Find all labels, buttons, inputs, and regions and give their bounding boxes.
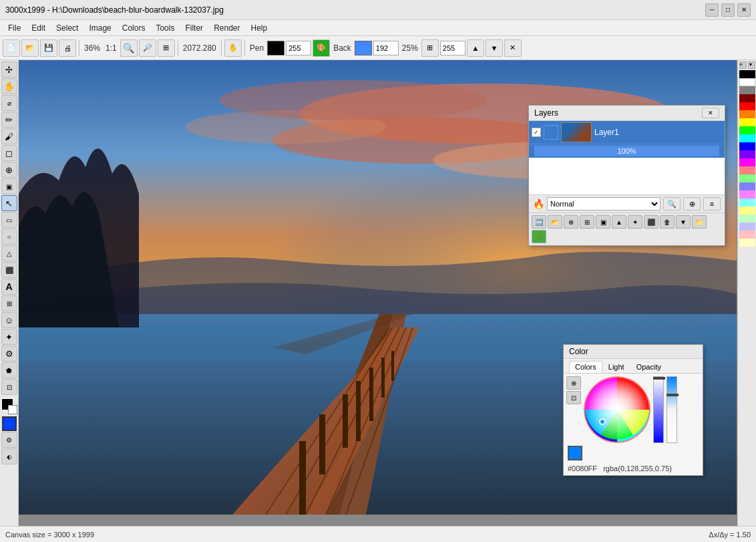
color-tab-light[interactable]: Light — [602, 361, 630, 373]
swatch-pale-green[interactable] — [739, 215, 755, 223]
swatch-light-yellow[interactable] — [739, 207, 755, 215]
layer-visibility-check[interactable]: ✓ — [532, 128, 541, 137]
tool-effects[interactable]: ✦ — [1, 329, 17, 345]
move-down-btn[interactable]: ▼ — [676, 215, 691, 229]
swatch-magenta[interactable] — [739, 158, 755, 166]
tool-select-triangle[interactable]: △ — [1, 245, 17, 261]
tool-gradient[interactable]: ▣ — [1, 178, 17, 194]
menu-render[interactable]: Render — [208, 22, 245, 34]
blue-slider[interactable] — [653, 376, 664, 443]
layer-item[interactable]: ✓ Layer1 — [529, 121, 725, 144]
print-button[interactable]: 🖨 — [59, 39, 76, 57]
new-layer-btn[interactable]: 🆕 — [532, 215, 546, 229]
color-wheel-container[interactable] — [584, 376, 650, 443]
swatch-cyan[interactable] — [739, 134, 755, 142]
down-btn[interactable]: ▼ — [486, 39, 503, 57]
mask-layer-btn[interactable]: ⬛ — [644, 215, 658, 229]
swatch-purple[interactable] — [739, 150, 755, 158]
swatch-black[interactable] — [739, 70, 755, 78]
zoom-in-layer-btn[interactable]: ⊕ — [683, 197, 701, 211]
tool-face[interactable]: ☺ — [1, 312, 17, 328]
bg-color-swatch[interactable] — [8, 405, 17, 414]
grid-btn[interactable]: ⊞ — [421, 39, 439, 57]
tool-text[interactable]: A — [1, 279, 17, 295]
layer-options-btn[interactable]: ≡ — [703, 197, 721, 211]
back-color-swatch[interactable] — [355, 41, 372, 55]
up-btn[interactable]: ▲ — [467, 39, 484, 57]
tool-select-rect[interactable]: ▭ — [1, 212, 17, 228]
move-up-btn[interactable]: ▲ — [612, 215, 626, 229]
tool-transform[interactable]: ⊞ — [1, 295, 17, 311]
minimize-button[interactable]: ─ — [705, 3, 719, 17]
tool-extra2[interactable]: ⬖ — [1, 448, 17, 464]
tool-select-arrow[interactable]: ↖ — [1, 195, 17, 211]
menu-colors[interactable]: Colors — [117, 22, 151, 34]
duplicate-layer-btn[interactable]: ⊕ — [564, 215, 578, 229]
swatch-gray[interactable] — [739, 86, 755, 94]
open-button[interactable]: 📂 — [21, 39, 39, 57]
pen-color-swatch[interactable] — [267, 41, 285, 55]
tool-select-ellipse[interactable]: ○ — [1, 229, 17, 245]
menu-edit[interactable]: Edit — [26, 22, 51, 34]
swatch-pale-red[interactable] — [739, 231, 755, 239]
canvas-area[interactable]: Layers ✕ ✓ Layer1 100% 🔥 Normal — [19, 60, 737, 526]
swatch-pale-blue[interactable] — [739, 223, 755, 231]
zoom-in-btn[interactable]: 🔍 — [120, 39, 138, 57]
active-color-display[interactable] — [2, 416, 17, 431]
swatch-light-red[interactable] — [739, 166, 755, 174]
menu-image[interactable]: Image — [83, 22, 116, 34]
close-button[interactable]: ✕ — [737, 3, 751, 17]
layers-close-btn[interactable]: ✕ — [702, 108, 719, 118]
zoom-out-layer-btn[interactable]: 🔍 — [663, 197, 681, 211]
zoom-out-btn[interactable]: 🔎 — [139, 39, 156, 57]
open-layer-btn[interactable]: 📂 — [548, 215, 562, 229]
flatten-layer-btn[interactable]: ▣ — [596, 215, 610, 229]
layer-opacity-value[interactable]: 100% — [534, 146, 719, 156]
swatch-darkred[interactable] — [739, 94, 755, 102]
tool-colorpick[interactable]: ⊡ — [1, 379, 17, 395]
swatch-red[interactable] — [739, 102, 755, 110]
color-control-btn2[interactable]: ⊡ — [566, 391, 581, 404]
group-layer-btn[interactable]: 📁 — [692, 215, 707, 229]
swatch-orange[interactable] — [739, 110, 755, 118]
color-tab-colors[interactable]: Colors — [569, 361, 602, 373]
swatch-blue[interactable] — [739, 142, 755, 150]
menu-tools[interactable]: Tools — [150, 22, 180, 34]
opacity-slider[interactable] — [667, 376, 677, 443]
opacity-slider-thumb[interactable] — [667, 394, 679, 396]
color-tab-opacity[interactable]: Opacity — [630, 361, 667, 373]
tool-fill[interactable]: ⬛ — [1, 262, 17, 278]
tool-move[interactable]: ✢ — [1, 61, 17, 78]
swatch-white[interactable] — [739, 78, 755, 86]
size-value-input[interactable] — [440, 41, 465, 55]
swatch-light-green[interactable] — [739, 174, 755, 182]
tool-lasso[interactable]: ⌀ — [1, 95, 17, 111]
clear-btn[interactable]: ✕ — [504, 39, 522, 57]
swatch-light-blue[interactable] — [739, 182, 755, 190]
blend-mode-select[interactable]: Normal Multiply Screen Overlay — [547, 197, 660, 211]
swatch-light-magenta[interactable] — [739, 190, 755, 198]
tool-eraser[interactable]: ◻ — [1, 145, 17, 161]
pan-mode-btn[interactable]: ✋ — [224, 39, 242, 57]
palette-menu-btn[interactable]: ≡ — [739, 61, 747, 69]
swatch-pale-yellow[interactable] — [739, 239, 755, 247]
current-color-swatch[interactable] — [568, 446, 582, 460]
zoom-fit-btn[interactable]: ⊞ — [158, 39, 175, 57]
merge-layer-btn[interactable]: ⊞ — [580, 215, 594, 229]
save-button[interactable]: 💾 — [40, 39, 57, 57]
pen-color-icon[interactable]: 🎨 — [313, 39, 330, 57]
tool-pan[interactable]: ✋ — [1, 78, 17, 94]
menu-file[interactable]: File — [3, 22, 26, 34]
color-control-btn1[interactable]: ⊕ — [566, 376, 581, 390]
menu-help[interactable]: Help — [245, 22, 272, 34]
back-value-input[interactable] — [373, 41, 399, 55]
tool-adjust[interactable]: ⚙ — [1, 346, 17, 362]
new-button[interactable]: 📄 — [3, 39, 20, 57]
effects-layer-btn[interactable]: ✦ — [628, 215, 642, 229]
tool-brush[interactable]: 🖌 — [1, 128, 17, 144]
menu-filter[interactable]: Filter — [180, 22, 208, 34]
palette-option-btn[interactable]: ▼ — [748, 61, 755, 69]
swatch-green[interactable] — [739, 126, 755, 134]
green-layer-btn[interactable]: 🌿 — [532, 230, 546, 243]
menu-select[interactable]: Select — [51, 22, 83, 34]
